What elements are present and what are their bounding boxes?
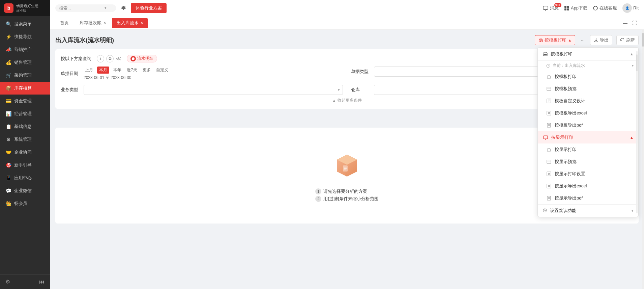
minimize-icon[interactable]: — [621, 19, 629, 27]
dropdown-template-design[interactable]: 模板自定义设计 [538, 95, 638, 107]
sidebar-item-finance[interactable]: 💳 资金管理 [0, 95, 50, 107]
svg-rect-34 [547, 196, 551, 200]
printer-icon [546, 74, 552, 80]
sidebar-item-system[interactable]: ⚙ 系统管理 [0, 133, 50, 146]
header-gear-button[interactable] [119, 3, 128, 13]
phone-icon: 📱 [5, 175, 11, 181]
handshake-icon: 🤝 [5, 149, 11, 155]
app-download-icon [564, 5, 569, 11]
display-section-chevron-icon: ▲ [630, 135, 634, 139]
dropdown-set-default[interactable]: 设置默认功能 ▾ [538, 204, 638, 217]
date-tab-7days[interactable]: 近7天 [125, 67, 139, 74]
date-tab-this-month[interactable]: 本月 [97, 67, 109, 74]
sidebar-item-member[interactable]: 👑 畅会员 [0, 197, 50, 210]
flow-detail-tag[interactable]: 流水明细 [127, 55, 157, 62]
empty-hints: 1 请先选择要分析的方案 2 用[过滤]条件来缩小分析范围 [315, 188, 378, 203]
header-right: 消息 99+ App下载 在线客服 👤 Rit [543, 3, 639, 13]
collapse-filter-btn[interactable]: ▲ 收起更多条件 [332, 98, 362, 103]
tab-batch-account[interactable]: 库存批次账 × [75, 18, 111, 28]
refresh-btn[interactable]: 刷新 [616, 35, 639, 45]
more-actions-btn[interactable]: ··· [579, 36, 586, 44]
page-scrollbar[interactable] [642, 30, 644, 289]
sidebar-item-search[interactable]: 🔍 搜索菜单 [0, 18, 50, 30]
cart-icon: 🛒 [5, 72, 11, 78]
date-tabs: 上月 本月 本年 近7天 更多 自定义 [84, 67, 170, 74]
date-filter-field: 单据日期 上月 本月 本年 近7天 更多 自定义 2023-06-01 至 20… [61, 67, 343, 81]
sidebar-item-purchase[interactable]: 🛒 采购管理 [0, 69, 50, 82]
close-tab-flow[interactable]: × [141, 21, 143, 25]
dropdown-template-excel[interactable]: 按模板导出excel [538, 107, 638, 119]
display-print-icon [543, 134, 549, 140]
sidebar-item-enterprise[interactable]: 🤝 企业协同 [0, 146, 50, 159]
empty-illustration [330, 148, 364, 182]
date-tab-custom[interactable]: 自定义 [155, 67, 170, 74]
print-header-icon [543, 51, 548, 57]
date-filter: 上月 本月 本年 近7天 更多 自定义 2023-06-01 至 2023-06… [84, 67, 170, 81]
date-tab-more[interactable]: 更多 [141, 67, 152, 74]
header-search-input[interactable] [59, 6, 103, 10]
display-printer-icon [546, 147, 552, 153]
search-icon: 🔍 [5, 21, 11, 27]
app-logo-text: 畅捷通好生意 标准版 [16, 3, 38, 12]
svg-rect-25 [544, 136, 548, 139]
business-type-select[interactable]: ▾ [84, 85, 343, 95]
sidebar-item-marketing[interactable]: 📣 营销推广 [0, 43, 50, 56]
dropdown-display-print[interactable]: 按显示打印 [538, 143, 638, 156]
filter-add-btn[interactable]: + [97, 55, 104, 62]
dropdown-template-print[interactable]: 按模板打印 [538, 71, 638, 83]
page-inner: 出入库流水(流水明细) 按模板打印 ▲ ··· 导出 刷新 [50, 30, 644, 289]
headset-icon [593, 5, 598, 11]
svg-rect-2 [567, 6, 569, 8]
date-label: 单据日期 [61, 71, 81, 77]
sidebar-item-newbie[interactable]: 🎯 新手引导 [0, 159, 50, 172]
filter-config-btn[interactable]: ⚙ [106, 55, 114, 62]
dropdown-header[interactable]: 按模板打印 ▲ [538, 48, 638, 61]
sidebar-item-appstore[interactable]: 📱 应用中心 [0, 172, 50, 184]
dropdown-display-pdf[interactable]: 按显示导出pdf [538, 192, 638, 204]
current-template-item[interactable]: 当前：出入库流水 ▾ [538, 61, 638, 71]
svg-rect-6 [593, 8, 594, 9]
dropdown-display-excel[interactable]: 按显示导出excel [538, 180, 638, 192]
dropdown-template-pdf[interactable]: 按模板导出pdf [538, 119, 638, 131]
tab-bar: 首页 库存批次账 × 出入库流水 × — ⛶ [50, 16, 644, 30]
filter-expand-icon[interactable]: ≪ [116, 55, 121, 62]
filter-label: 按以下方案查询 [61, 56, 91, 62]
online-support-btn[interactable]: 在线客服 [593, 5, 617, 11]
dropdown-display-print-settings[interactable]: 按显示打印设置 [538, 168, 638, 180]
tab-actions: — ⛶ [621, 19, 639, 27]
tab-home[interactable]: 首页 [55, 18, 74, 28]
message-btn[interactable]: 消息 99+ [543, 5, 559, 11]
tab-flow[interactable]: 出入库流水 × [112, 18, 148, 28]
display-excel-icon [546, 183, 552, 189]
close-tab-batch-account[interactable]: × [104, 21, 106, 25]
svg-rect-10 [540, 41, 541, 42]
dropdown-collapse-icon[interactable]: ▲ [630, 52, 634, 56]
svg-rect-12 [544, 54, 547, 55]
export-btn[interactable]: 导出 [590, 35, 612, 45]
date-range: 2023-06-01 至 2023-06-30 [84, 75, 170, 81]
footer-chevron-icon: ▾ [632, 209, 634, 213]
page-title-row: 出入库流水(流水明细) 按模板打印 ▲ ··· 导出 刷新 [55, 35, 639, 45]
sidebar-item-quick-nav[interactable]: ⚡ 快捷导航 [0, 30, 50, 43]
dropdown-display-preview[interactable]: 按显示预览 [538, 156, 638, 168]
sidebar-item-sales[interactable]: 💰 销售管理 [0, 56, 50, 69]
dropdown-template-preview[interactable]: 按模板预览 [538, 83, 638, 95]
box-icon: 📦 [5, 85, 11, 91]
settings-icon[interactable]: ⚙ [5, 279, 10, 285]
template-print-btn[interactable]: 按模板打印 ▲ [535, 35, 575, 45]
sidebar-item-wechat[interactable]: 💬 企业微信 [0, 184, 50, 197]
sidebar-item-inventory[interactable]: 📦 库存核算 [0, 82, 50, 95]
user-avatar-btn[interactable]: 👤 Rit [622, 3, 639, 13]
svg-rect-3 [564, 8, 566, 10]
collapse-sidebar-icon[interactable]: ⏮ [39, 279, 45, 285]
date-tab-this-year[interactable]: 本年 [112, 67, 123, 74]
sidebar-item-basic[interactable]: 📋 基础信息 [0, 120, 50, 133]
maximize-icon[interactable]: ⛶ [631, 19, 639, 27]
display-print-section-header[interactable]: 按显示打印 ▲ [538, 131, 638, 143]
svg-rect-22 [547, 123, 551, 127]
trial-btn[interactable]: 体验行业方案 [131, 3, 167, 13]
sidebar-item-operations[interactable]: 📊 经营管理 [0, 107, 50, 120]
date-tab-last-month[interactable]: 上月 [84, 67, 94, 74]
sidebar-nav: 🔍 搜索菜单 ⚡ 快捷导航 📣 营销推广 💰 销售管理 🛒 采购管理 📦 库存核… [0, 16, 50, 274]
app-download-btn[interactable]: App下载 [564, 5, 587, 11]
